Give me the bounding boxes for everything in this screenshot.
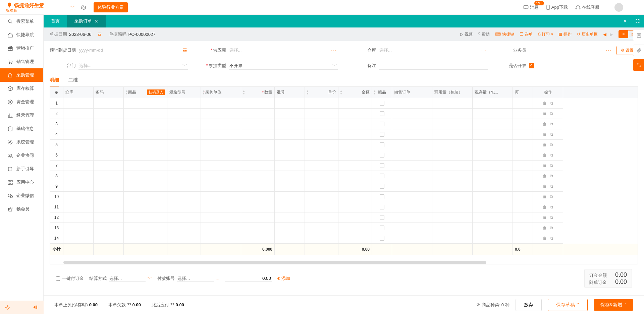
copy-icon[interactable]: ⧉	[550, 184, 553, 189]
warehouse-input[interactable]	[379, 46, 488, 54]
delete-icon[interactable]: 🗑	[543, 132, 547, 137]
more-icon[interactable]: ···	[331, 48, 337, 53]
gift-checkbox[interactable]	[380, 142, 384, 147]
copy-icon[interactable]: ⧉	[550, 111, 553, 116]
copy-icon[interactable]: ⧉	[550, 101, 553, 106]
org-switcher[interactable]: ﹀	[64, 4, 86, 10]
gift-checkbox[interactable]	[380, 194, 384, 199]
gift-checkbox[interactable]	[380, 163, 384, 168]
one-key-deposit[interactable]: 一键付订金	[56, 275, 84, 281]
delete-icon[interactable]: 🗑	[543, 163, 547, 168]
delete-icon[interactable]: 🗑	[543, 205, 547, 209]
delete-icon[interactable]: 🗑	[543, 215, 547, 220]
more-icon[interactable]: ···	[606, 48, 612, 53]
app-download-link[interactable]: App下载	[546, 4, 568, 10]
delete-icon[interactable]: 🗑	[543, 194, 547, 199]
table-row[interactable]: 10🗑⧉	[50, 192, 638, 202]
history-link[interactable]: ↺ 历史单据	[577, 32, 598, 37]
doc-date[interactable]: 2023-06-06	[69, 32, 92, 37]
copy-icon[interactable]: ⧉	[550, 142, 553, 147]
messages-link[interactable]: 消息 99+	[523, 4, 539, 10]
table-row[interactable]: 8🗑⧉	[50, 171, 638, 181]
copy-icon[interactable]: ⧉	[550, 226, 553, 230]
sidebar-item-team[interactable]: 企业协同	[0, 149, 43, 162]
sidebar-item-vip[interactable]: 畅会员	[0, 202, 43, 216]
calendar-icon[interactable]: ☲	[98, 32, 102, 37]
gift-checkbox[interactable]	[380, 226, 384, 230]
pay-method-input[interactable]	[109, 275, 146, 282]
sidebar-item-gear[interactable]: 系统管理	[0, 135, 43, 149]
gear-icon[interactable]	[5, 305, 10, 310]
table-hscroll[interactable]	[50, 261, 638, 264]
copy-icon[interactable]: ⧉	[550, 153, 553, 158]
dtab-grid[interactable]: 二维	[68, 77, 78, 86]
sidebar-item-coin[interactable]: 资金管理	[0, 95, 43, 109]
copy-icon[interactable]: ⧉	[550, 163, 553, 168]
more-icon[interactable]: ···	[216, 276, 219, 281]
table-row[interactable]: 1🗑⧉	[50, 98, 638, 109]
copy-icon[interactable]: ⧉	[550, 132, 553, 137]
dept-input[interactable]	[78, 62, 188, 70]
table-row[interactable]: 3🗑⧉	[50, 119, 638, 129]
delete-icon[interactable]: 🗑	[543, 111, 547, 116]
calendar-icon[interactable]: ☲	[183, 48, 187, 53]
copy-icon[interactable]: ⧉	[550, 122, 553, 126]
table-row[interactable]: 12🗑⧉	[50, 212, 638, 223]
delete-icon[interactable]: 🗑	[543, 184, 547, 189]
need-invoice-checkbox[interactable]	[529, 63, 534, 68]
sidebar-item-bag[interactable]: 采购管理	[0, 68, 43, 82]
record-pager[interactable]: ◀▶	[603, 32, 613, 37]
delete-icon[interactable]: 🗑	[543, 236, 547, 241]
invoice-input[interactable]	[229, 62, 338, 70]
tab-purchase-order[interactable]: 采购订单 ✕	[67, 15, 106, 27]
delete-icon[interactable]: 🗑	[543, 101, 547, 106]
delete-icon[interactable]: 🗑	[543, 122, 547, 126]
gift-checkbox[interactable]	[380, 205, 384, 209]
table-row[interactable]: 6🗑⧉	[50, 150, 638, 161]
supplier-input[interactable]	[229, 46, 338, 54]
chevron-down-icon[interactable]: ﹀	[332, 63, 337, 69]
sidebar-item-db[interactable]: 基础信息	[0, 122, 43, 135]
more-icon[interactable]: ···	[481, 48, 487, 53]
copy-icon[interactable]: ⧉	[550, 174, 553, 178]
trial-button[interactable]: 体验行业方案	[94, 2, 128, 12]
collapse-icon[interactable]	[33, 305, 39, 310]
sidebar-item-chart[interactable]: 经营管理	[0, 109, 43, 122]
service-link[interactable]: 在线客服	[575, 4, 599, 10]
close-icon[interactable]: ✕	[95, 19, 98, 24]
add-payment[interactable]: ⊕ 添加	[277, 275, 290, 281]
table-row[interactable]: 2🗑⧉	[50, 109, 638, 119]
table-row[interactable]: 4🗑⧉	[50, 129, 638, 140]
gift-checkbox[interactable]	[380, 122, 384, 126]
gift-checkbox[interactable]	[380, 101, 384, 106]
sidebar-item-cart[interactable]: 销售管理	[0, 55, 43, 68]
shortcut-link[interactable]: ⌨ 快捷键	[495, 32, 514, 37]
delete-icon[interactable]: 🗑	[543, 174, 547, 178]
delete-icon[interactable]: 🗑	[543, 142, 547, 147]
checklist-link[interactable]: ☲ 选单	[520, 32, 533, 37]
tab-close-all[interactable]: ✕	[619, 19, 631, 24]
gift-checkbox[interactable]	[380, 215, 384, 220]
save-draft-button[interactable]: 保存草稿˄	[548, 299, 588, 311]
table-row[interactable]: 9🗑⧉	[50, 181, 638, 192]
sidebar-item-box[interactable]: 库存核算	[0, 82, 43, 95]
table-row[interactable]: 13🗑⧉	[50, 223, 638, 233]
gift-checkbox[interactable]	[380, 174, 384, 178]
gift-checkbox[interactable]	[380, 132, 384, 137]
pay-account-input[interactable]	[177, 275, 214, 282]
delete-icon[interactable]: 🗑	[543, 226, 547, 230]
help-link[interactable]: ? 帮助	[478, 32, 490, 37]
rail-attach-icon[interactable]	[633, 45, 644, 56]
table-row[interactable]: 5🗑⧉	[50, 140, 638, 150]
table-row[interactable]: 11🗑⧉	[50, 202, 638, 212]
sidebar-item-gift[interactable]: 营销推广	[0, 42, 43, 55]
video-link[interactable]: ▷ 视频	[460, 32, 473, 37]
sidebar-item-app[interactable]: 应用中心	[0, 176, 43, 189]
chevron-down-icon[interactable]: ﹀	[148, 275, 152, 281]
table-row[interactable]: 14🗑⧉	[50, 233, 638, 244]
gift-checkbox[interactable]	[380, 184, 384, 189]
sidebar-item-search[interactable]: 搜索菜单	[0, 15, 43, 28]
copy-icon[interactable]: ⧉	[550, 236, 553, 241]
chevron-down-icon[interactable]: ﹀	[182, 63, 187, 69]
copy-icon[interactable]: ⧉	[550, 215, 553, 220]
